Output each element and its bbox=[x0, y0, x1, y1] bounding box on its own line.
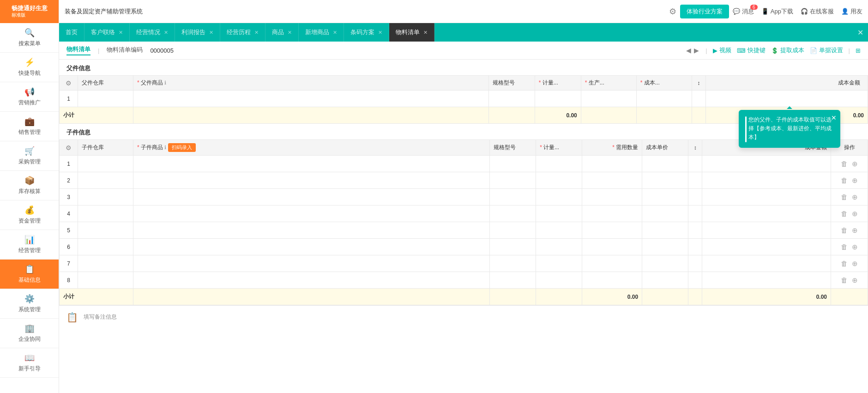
child-spec-cell[interactable] bbox=[490, 272, 536, 289]
tab-close-bom[interactable]: ✕ bbox=[423, 30, 428, 36]
tab-profit[interactable]: 利润报告✕ bbox=[175, 23, 220, 42]
tab-close-goods[interactable]: ✕ bbox=[288, 30, 292, 36]
child-warehouse-cell[interactable] bbox=[78, 222, 133, 239]
sidebar-item-system[interactable]: ⚙️系统管理 bbox=[0, 289, 59, 319]
view-button[interactable]: ▶ 视频 bbox=[713, 46, 731, 54]
tab-close-ops-status[interactable]: ✕ bbox=[164, 30, 168, 36]
child-spec-cell[interactable] bbox=[490, 189, 536, 206]
tab-bom[interactable]: 物料清单✕ bbox=[389, 23, 434, 42]
parent-unit-cell[interactable] bbox=[535, 91, 581, 107]
copy-icon[interactable]: ⊕ bbox=[852, 226, 858, 234]
copy-icon[interactable]: ⊕ bbox=[852, 276, 858, 284]
child-warehouse-cell[interactable] bbox=[78, 272, 133, 289]
child-unit-cell[interactable] bbox=[536, 255, 582, 272]
child-goods-cell[interactable] bbox=[133, 156, 490, 172]
tab-close-profit[interactable]: ✕ bbox=[209, 30, 213, 36]
tab-new-goods[interactable]: 新增商品✕ bbox=[299, 23, 344, 42]
child-qty-cell[interactable] bbox=[582, 189, 642, 206]
sidebar-item-corp[interactable]: 🏢企业协同 bbox=[0, 319, 59, 348]
doc-settings-button[interactable]: 📄 单据设置 bbox=[810, 46, 843, 54]
tab-bom-code[interactable]: 物料清单编码 bbox=[107, 46, 143, 55]
delete-icon[interactable]: 🗑 bbox=[841, 176, 848, 184]
sidebar-item-finance[interactable]: 💰资金管理 bbox=[0, 200, 59, 230]
child-warehouse-cell[interactable] bbox=[78, 255, 133, 272]
delete-icon[interactable]: 🗑 bbox=[841, 226, 848, 234]
child-col-gear[interactable]: ⚙ bbox=[60, 140, 78, 156]
child-qty-cell[interactable] bbox=[582, 255, 642, 272]
note-text[interactable]: 填写备注信息 bbox=[84, 313, 117, 321]
tab-barcode[interactable]: 条码方案✕ bbox=[344, 23, 389, 42]
child-qty-cell[interactable] bbox=[582, 172, 642, 189]
child-unit-cost-cell[interactable] bbox=[642, 239, 688, 255]
child-unit-cost-cell[interactable] bbox=[642, 222, 688, 239]
next-arrow-icon[interactable]: ▶ bbox=[693, 47, 700, 54]
app-download-button[interactable]: 📱 App下载 bbox=[761, 7, 793, 16]
tab-ops-status[interactable]: 经营情况✕ bbox=[130, 23, 175, 42]
sidebar-item-ops[interactable]: 📊经营管理 bbox=[0, 230, 59, 260]
sidebar-item-warehouse[interactable]: 📦库存核算 bbox=[0, 171, 59, 200]
child-unit-cost-cell[interactable] bbox=[642, 206, 688, 222]
child-spec-cell[interactable] bbox=[490, 255, 536, 272]
parent-cost-cell[interactable] bbox=[636, 91, 692, 107]
child-unit-cell[interactable] bbox=[536, 189, 582, 206]
child-qty-cell[interactable] bbox=[582, 222, 642, 239]
child-unit-cell[interactable] bbox=[536, 156, 582, 172]
parent-warehouse-cell[interactable] bbox=[78, 91, 133, 107]
child-spec-cell[interactable] bbox=[490, 239, 536, 255]
tooltip-close-button[interactable]: ✕ bbox=[831, 113, 837, 123]
copy-icon[interactable]: ⊕ bbox=[852, 193, 858, 201]
delete-icon[interactable]: 🗑 bbox=[841, 160, 848, 168]
child-goods-cell[interactable] bbox=[133, 189, 490, 206]
tab-customer[interactable]: 客户联络✕ bbox=[84, 23, 130, 42]
tab-goods[interactable]: 商品✕ bbox=[265, 23, 299, 42]
parent-col-sort[interactable]: ↕ bbox=[692, 76, 705, 91]
parent-col-gear[interactable]: ⚙ bbox=[60, 76, 78, 91]
sidebar-item-purchase[interactable]: 🛒采购管理 bbox=[0, 141, 59, 171]
note-icon[interactable]: 📋 bbox=[66, 312, 78, 323]
child-qty-cell[interactable] bbox=[582, 156, 642, 172]
child-spec-cell[interactable] bbox=[490, 222, 536, 239]
child-qty-cell[interactable] bbox=[582, 272, 642, 289]
child-warehouse-cell[interactable] bbox=[78, 239, 133, 255]
delete-icon[interactable]: 🗑 bbox=[841, 243, 848, 251]
tab-close-new-goods[interactable]: ✕ bbox=[333, 30, 337, 36]
child-goods-cell[interactable] bbox=[133, 255, 490, 272]
sidebar-item-sales[interactable]: 💼销售管理 bbox=[0, 112, 59, 141]
child-unit-cell[interactable] bbox=[536, 239, 582, 255]
child-qty-cell[interactable] bbox=[582, 206, 642, 222]
tab-close-ops-history[interactable]: ✕ bbox=[254, 30, 259, 36]
delete-icon[interactable]: 🗑 bbox=[841, 276, 848, 284]
delete-icon[interactable]: 🗑 bbox=[841, 260, 848, 267]
child-unit-cost-cell[interactable] bbox=[642, 272, 688, 289]
child-unit-cell[interactable] bbox=[536, 222, 582, 239]
user-menu[interactable]: 👤 用友 bbox=[841, 7, 862, 16]
trial-button[interactable]: 体验行业方案 bbox=[680, 5, 729, 18]
parent-goods-cell[interactable] bbox=[133, 91, 489, 107]
copy-icon[interactable]: ⊕ bbox=[852, 210, 858, 218]
topbar-gear-icon[interactable]: ⚙ bbox=[669, 6, 676, 17]
child-unit-cost-cell[interactable] bbox=[642, 172, 688, 189]
parent-spec-cell[interactable] bbox=[488, 91, 535, 107]
prev-arrow-icon[interactable]: ◀ bbox=[685, 47, 692, 54]
delete-icon[interactable]: 🗑 bbox=[841, 210, 848, 218]
child-goods-cell[interactable] bbox=[133, 239, 490, 255]
child-unit-cost-cell[interactable] bbox=[642, 156, 688, 172]
sidebar-item-search[interactable]: 🔍搜索菜单 bbox=[0, 23, 59, 53]
grid-view-icon[interactable]: ⊞ bbox=[856, 47, 861, 54]
child-unit-cell[interactable] bbox=[536, 272, 582, 289]
child-col-sort[interactable]: ↕ bbox=[688, 140, 702, 156]
child-warehouse-cell[interactable] bbox=[78, 189, 133, 206]
sidebar-item-basic[interactable]: 📋基础信息 bbox=[0, 260, 59, 289]
sidebar-item-marketing[interactable]: 📢营销推广 bbox=[0, 82, 59, 112]
shortcut-button[interactable]: ⌨ 快捷键 bbox=[737, 46, 766, 54]
child-unit-cell[interactable] bbox=[536, 172, 582, 189]
child-goods-cell[interactable] bbox=[133, 206, 490, 222]
child-goods-cell[interactable] bbox=[133, 272, 490, 289]
child-warehouse-cell[interactable] bbox=[78, 206, 133, 222]
child-spec-cell[interactable] bbox=[490, 172, 536, 189]
online-service-button[interactable]: 🎧 在线客服 bbox=[801, 7, 834, 16]
tab-ops-history[interactable]: 经营历程✕ bbox=[220, 23, 265, 42]
child-unit-cell[interactable] bbox=[536, 206, 582, 222]
child-goods-cell[interactable] bbox=[133, 172, 490, 189]
sidebar-item-quick-nav[interactable]: ⚡快捷导航 bbox=[0, 53, 59, 82]
